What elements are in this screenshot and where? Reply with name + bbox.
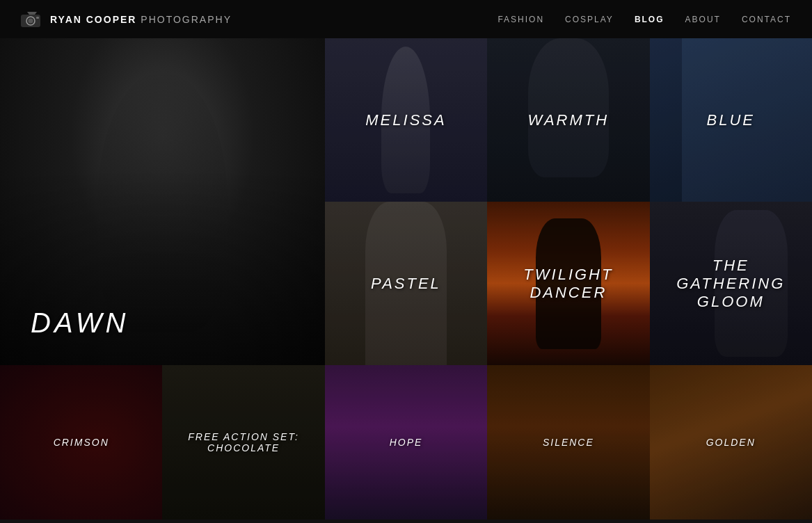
grid-item-silence[interactable]: SILENCE — [487, 365, 649, 520]
logo[interactable]: RYAN COOPER PHOTOGRAPHY — [21, 12, 232, 27]
dawn-overlay: DAWN — [0, 38, 325, 365]
crimson-overlay: CRIMSON — [0, 365, 162, 520]
blue-title: BLUE — [697, 106, 765, 135]
logo-text: RYAN COOPER PHOTOGRAPHY — [50, 14, 232, 25]
freeaction-title: FREE ACTION SET: CHOCOLATE — [162, 426, 324, 459]
grid-item-golden[interactable]: GOLDEN — [650, 365, 812, 520]
grid-item-dawn[interactable]: DAWN — [0, 38, 325, 365]
melissa-overlay: MELISSA — [325, 38, 487, 202]
grid-item-warmth[interactable]: WARMTH — [487, 38, 649, 202]
warmth-title: WARMTH — [518, 106, 619, 135]
grid-item-blue[interactable]: BLUE — [650, 38, 812, 202]
silence-overlay: SILENCE — [487, 365, 649, 520]
grid-item-pastel[interactable]: PASTEL — [325, 202, 487, 365]
nav-about[interactable]: ABOUT — [685, 15, 721, 24]
blue-overlay: BLUE — [650, 38, 812, 202]
gloom-overlay: THE GATHERING GLOOM — [650, 202, 812, 365]
nav-fashion[interactable]: FASHION — [497, 15, 544, 24]
pastel-overlay: PASTEL — [325, 202, 487, 365]
grid-item-freeaction[interactable]: FREE ACTION SET: CHOCOLATE — [162, 365, 324, 520]
svg-rect-3 — [36, 17, 39, 19]
pastel-title: PASTEL — [361, 269, 451, 298]
golden-overlay: GOLDEN — [650, 365, 812, 520]
nav-cosplay[interactable]: COSPLAY — [565, 15, 614, 24]
twilight-title: TWILIGHT DANCER — [487, 260, 649, 307]
hope-overlay: HOPE — [325, 365, 487, 520]
main-nav: RYAN COOPER PHOTOGRAPHY FASHION COSPLAY … — [0, 0, 812, 38]
silence-title: SILENCE — [533, 431, 604, 453]
gloom-title: THE GATHERING GLOOM — [650, 251, 812, 316]
grid-item-twilight[interactable]: TWILIGHT DANCER — [487, 202, 649, 365]
camera-icon — [21, 12, 43, 27]
grid-item-gloom[interactable]: THE GATHERING GLOOM — [650, 202, 812, 365]
svg-point-2 — [29, 18, 33, 23]
row3: CRIMSON FREE ACTION SET: CHOCOLATE HOPE … — [0, 365, 812, 520]
hope-title: HOPE — [380, 431, 433, 453]
grid-item-hope[interactable]: HOPE — [325, 365, 487, 520]
grid-item-crimson[interactable]: CRIMSON — [0, 365, 162, 520]
nav-blog[interactable]: BLOG — [635, 15, 664, 24]
golden-title: GOLDEN — [696, 431, 765, 453]
photo-grid: DAWN MELISSA WARMTH BLUE PASTEL TWILIGHT… — [0, 38, 812, 523]
nav-links: FASHION COSPLAY BLOG ABOUT CONTACT — [497, 15, 791, 24]
grid-item-melissa[interactable]: MELISSA — [325, 38, 487, 202]
twilight-overlay: TWILIGHT DANCER — [487, 202, 649, 365]
warmth-overlay: WARMTH — [487, 38, 649, 202]
nav-contact[interactable]: CONTACT — [742, 15, 791, 24]
freeaction-overlay: FREE ACTION SET: CHOCOLATE — [162, 365, 324, 520]
crimson-title: CRIMSON — [44, 431, 119, 453]
dawn-title: DAWN — [21, 302, 138, 344]
melissa-title: MELISSA — [356, 106, 456, 135]
